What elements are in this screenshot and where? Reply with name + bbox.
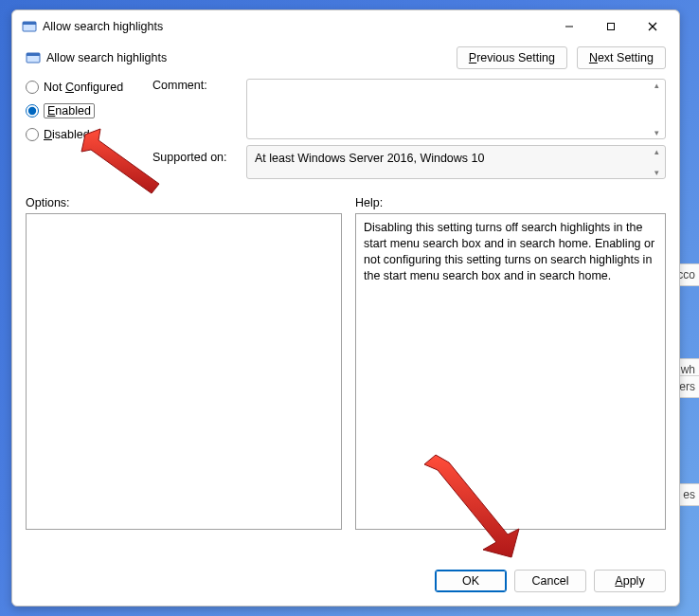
state-section: Not Configured Enabled Disabled Comment:…: [12, 79, 679, 185]
supported-on-label: Supported on:: [152, 145, 242, 164]
dialog-footer: OK Cancel Apply: [12, 558, 679, 606]
radio-disabled-label: Disabled: [44, 128, 90, 141]
cancel-button[interactable]: Cancel: [514, 570, 586, 592]
radio-disabled-input[interactable]: [26, 128, 39, 141]
next-setting-button[interactable]: Next Setting: [577, 46, 666, 69]
svg-rect-3: [608, 24, 615, 30]
titlebar: Allow search highlights: [12, 10, 679, 43]
options-panel: [26, 213, 342, 530]
svg-rect-1: [23, 22, 36, 25]
window-title-text: Allow search highlights: [43, 20, 163, 33]
help-label: Help:: [355, 196, 383, 209]
previous-setting-button[interactable]: Previous Setting: [457, 46, 567, 69]
supported-on-box: At least Windows Server 2016, Windows 10…: [246, 145, 666, 179]
comment-textarea[interactable]: ▴▾: [246, 79, 666, 139]
radio-disabled[interactable]: Disabled: [26, 128, 149, 141]
policy-header: Allow search highlights Previous Setting…: [12, 43, 679, 79]
options-label: Options:: [26, 196, 342, 209]
window-title: Allow search highlights: [22, 19, 163, 34]
policy-icon: [26, 50, 41, 65]
maximize-button[interactable]: [590, 13, 632, 40]
radio-enabled-label: Enabled: [44, 103, 95, 118]
radio-not-configured[interactable]: Not Configured: [26, 81, 149, 94]
policy-icon: [22, 19, 37, 34]
comment-scrollbar[interactable]: ▴▾: [650, 82, 663, 136]
comment-label: Comment:: [152, 79, 242, 92]
close-button[interactable]: [632, 13, 673, 40]
help-panel: Disabling this setting turns off search …: [355, 213, 666, 530]
apply-button[interactable]: Apply: [594, 570, 666, 592]
supported-on-text: At least Windows Server 2016, Windows 10: [255, 152, 484, 165]
policy-name-text: Allow search highlights: [46, 51, 167, 64]
radio-enabled-input[interactable]: [26, 104, 39, 118]
radio-not-configured-label: Not Configured: [44, 81, 123, 94]
radio-enabled[interactable]: Enabled: [26, 103, 149, 118]
help-text: Disabling this setting turns off search …: [364, 221, 654, 282]
bg-fragment: es: [678, 483, 699, 506]
group-policy-editor-window: Allow search highlights Allow search hig…: [11, 9, 680, 607]
supported-scrollbar[interactable]: ▴▾: [650, 148, 663, 176]
ok-button[interactable]: OK: [435, 570, 507, 592]
radio-not-configured-input[interactable]: [26, 81, 39, 94]
svg-rect-7: [27, 53, 40, 56]
minimize-button[interactable]: [548, 13, 590, 40]
